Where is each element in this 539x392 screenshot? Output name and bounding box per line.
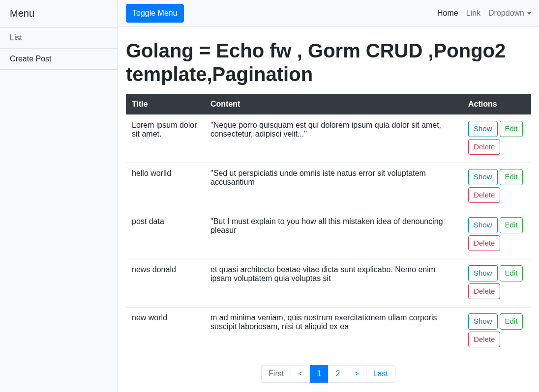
table-row: hello worlld"Sed ut perspiciatis unde om… <box>126 163 531 211</box>
table-row: post data"But I must explain to you how … <box>126 211 531 259</box>
delete-button[interactable]: Delete <box>468 235 500 252</box>
page-link: < <box>291 365 310 383</box>
edit-button[interactable]: Edit <box>500 265 523 281</box>
show-button[interactable]: Show <box>468 265 498 281</box>
delete-button[interactable]: Delete <box>468 283 500 300</box>
row-title: new world <box>126 308 205 356</box>
edit-button[interactable]: Edit <box>500 121 523 137</box>
posts-table: Title Content Actions Lorem ipsum dolor … <box>126 94 531 355</box>
row-title: hello worlld <box>126 163 205 211</box>
table-row: news donaldet quasi architecto beatae vi… <box>126 259 531 308</box>
row-content: "Sed ut perspiciatis unde omnis iste nat… <box>205 163 462 211</box>
row-actions: ShowEditDelete <box>462 308 531 356</box>
sidebar: Menu ListCreate Post <box>0 0 118 392</box>
table-row: Lorem ipsum dolor sit amet."Neque porro … <box>126 115 531 163</box>
row-actions: ShowEditDelete <box>462 211 531 259</box>
row-content: m ad minima veniam, quis nostrum exercit… <box>205 308 462 356</box>
page-link[interactable]: 2 <box>328 365 347 383</box>
row-actions: ShowEditDelete <box>462 163 531 211</box>
sidebar-item-list[interactable]: List <box>0 28 118 49</box>
row-title: post data <box>126 211 205 259</box>
sidebar-item-create-post[interactable]: Create Post <box>0 49 118 70</box>
row-actions: ShowEditDelete <box>462 259 531 308</box>
page-link: First <box>261 365 291 383</box>
nav-link-dropdown[interactable]: Dropdown <box>488 9 531 18</box>
nav-link-home[interactable]: Home <box>437 9 458 18</box>
show-button[interactable]: Show <box>468 217 498 233</box>
pagination: First<12>Last <box>126 365 531 383</box>
page-link[interactable]: Last <box>366 365 395 383</box>
toggle-menu-button[interactable]: Toggle Menu <box>126 4 184 23</box>
th-title: Title <box>126 94 205 115</box>
edit-button[interactable]: Edit <box>500 169 523 185</box>
row-title: news donald <box>126 259 205 308</box>
delete-button[interactable]: Delete <box>468 139 500 155</box>
show-button[interactable]: Show <box>468 313 498 330</box>
sidebar-title: Menu <box>0 0 118 28</box>
show-button[interactable]: Show <box>468 169 498 185</box>
row-title: Lorem ipsum dolor sit amet. <box>126 115 205 163</box>
row-content: et quasi architecto beatae vitae dicta s… <box>205 259 462 308</box>
page-link[interactable]: 1 <box>310 365 329 383</box>
show-button[interactable]: Show <box>468 121 498 137</box>
edit-button[interactable]: Edit <box>500 313 523 330</box>
page-link[interactable]: > <box>347 365 366 383</box>
nav-link-link[interactable]: Link <box>466 9 480 18</box>
row-content: "Neque porro quisquam est qui dolorem ip… <box>205 115 462 163</box>
table-row: new worldm ad minima veniam, quis nostru… <box>126 308 531 356</box>
delete-button[interactable]: Delete <box>468 187 500 203</box>
delete-button[interactable]: Delete <box>468 332 500 348</box>
th-content: Content <box>205 94 462 115</box>
topbar: Toggle Menu HomeLinkDropdown <box>118 0 539 27</box>
page-title: Golang = Echo fw , Gorm CRUD ,Pongo2 tem… <box>126 39 531 86</box>
row-content: "But I must explain to you how all this … <box>205 211 462 259</box>
edit-button[interactable]: Edit <box>500 217 523 233</box>
row-actions: ShowEditDelete <box>462 115 531 163</box>
th-actions: Actions <box>462 94 531 115</box>
